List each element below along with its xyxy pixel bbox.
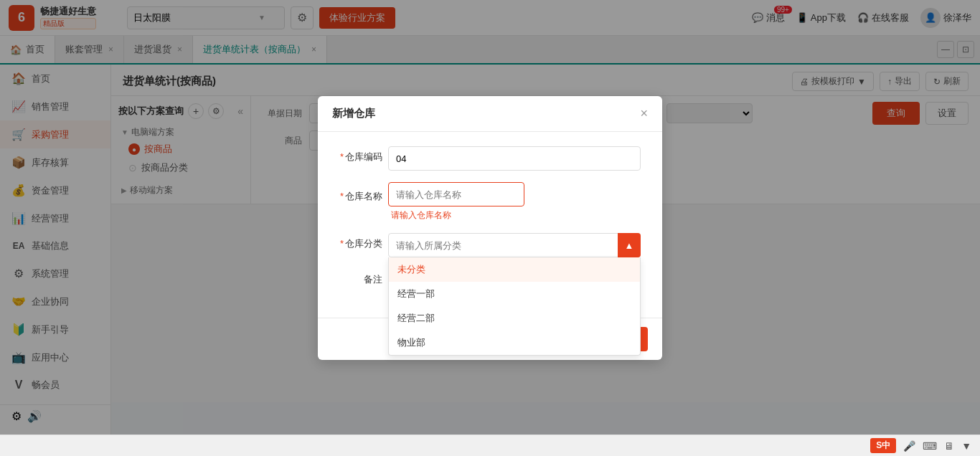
dropdown-item-ops1[interactable]: 经营一部 [389, 282, 640, 306]
keyboard-icon[interactable]: ⌨ [923, 440, 937, 452]
category-select-wrapper: ▲ 未分类 经营一部 经营二部 物业部 [388, 233, 641, 257]
name-input-row: 仓库名称 [339, 182, 524, 206]
category-dropdown-list: 未分类 经营一部 经营二部 物业部 [388, 257, 641, 356]
dropdown-item-unclassified[interactable]: 未分类 [389, 257, 640, 282]
note-label: 备注 [339, 269, 382, 286]
status-bar: S中 🎤 ⌨ 🖥 ▼ [0, 434, 980, 456]
code-field-row: 仓库编码 [339, 146, 641, 171]
dropdown-item-ops2[interactable]: 经营二部 [389, 306, 640, 331]
dialog-header: 新增仓库 × [318, 96, 662, 132]
chevron-up-icon: ▲ [625, 240, 634, 251]
name-input[interactable] [388, 182, 524, 206]
dialog-close-button[interactable]: × [640, 106, 648, 121]
new-warehouse-dialog: 新增仓库 × 仓库编码 仓库名称 请输入仓库名称 仓库分类 [318, 96, 662, 360]
code-label: 仓库编码 [339, 146, 382, 163]
microphone-icon[interactable]: 🎤 [903, 440, 915, 452]
code-input[interactable] [388, 146, 641, 171]
status-s-button[interactable]: S中 [870, 438, 896, 453]
monitor-icon[interactable]: 🖥 [944, 440, 954, 452]
dialog-overlay: 新增仓库 × 仓库编码 仓库名称 请输入仓库名称 仓库分类 [0, 0, 980, 456]
dropdown-item-property[interactable]: 物业部 [389, 331, 640, 355]
name-field-row: 仓库名称 请输入仓库名称 [339, 182, 641, 222]
dialog-title: 新增仓库 [332, 107, 375, 120]
status-dropdown-icon[interactable]: ▼ [961, 440, 971, 452]
category-dropdown-button[interactable]: ▲ [618, 233, 641, 257]
category-input[interactable] [388, 233, 641, 257]
name-error-msg: 请输入仓库名称 [390, 210, 451, 220]
name-error-row: 请输入仓库名称 [339, 209, 451, 222]
name-label: 仓库名称 [339, 186, 382, 203]
category-field-row: 仓库分类 ▲ 未分类 经营一部 经营二部 物业部 [339, 233, 641, 257]
dialog-body: 仓库编码 仓库名称 请输入仓库名称 仓库分类 ▲ [318, 132, 662, 312]
category-label: 仓库分类 [339, 233, 382, 250]
